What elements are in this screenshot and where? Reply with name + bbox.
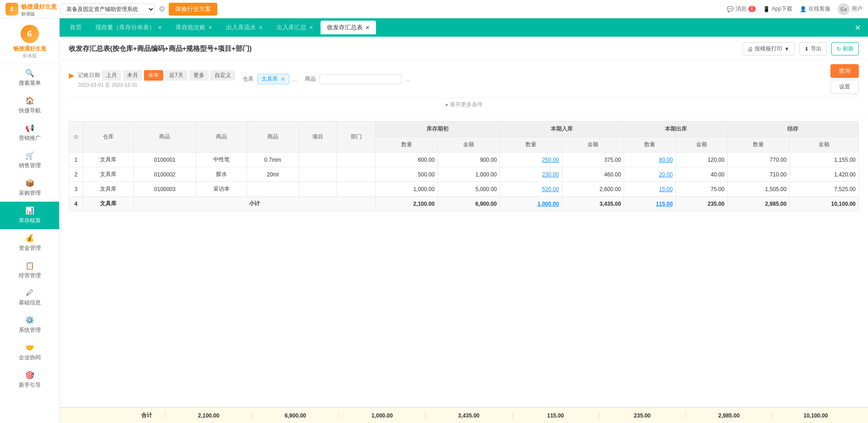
query-button[interactable]: 查询 (830, 64, 859, 78)
export-label: 导出 (811, 45, 822, 53)
cell-dept-3 (337, 182, 376, 197)
system-select[interactable]: 装备及固定资产辅助管理系统 (61, 4, 155, 15)
message-item[interactable]: 💬 消息 6 (727, 5, 756, 13)
subtotal-num: 4 (69, 197, 83, 211)
sidebar-item-basic[interactable]: 🖊 基础信息 (0, 284, 59, 311)
date-btn-prev-month[interactable]: 上月 (102, 70, 121, 81)
warehouse-tag-close-icon[interactable]: ✕ (281, 76, 285, 82)
phone-icon: 📱 (763, 6, 770, 12)
date-btn-custom[interactable]: 自定义 (210, 70, 235, 81)
cell-in-qty-2[interactable]: 230.00 (500, 167, 562, 182)
sidebar-item-search[interactable]: 🔍 搜索菜单 (0, 64, 59, 92)
cell-in-qty-3[interactable]: 520.00 (500, 182, 562, 197)
sidebar-label-basic: 基础信息 (19, 299, 41, 307)
date-btn-cur-month[interactable]: 本月 (123, 70, 142, 81)
date-filter-group: ▶ 记账日期 上月 本月 本年 近7天 更多 自定义 (69, 70, 235, 88)
content-area: 首页 现存量（库存分布表） ✕ 库存批次账 ✕ 出入库流水 ✕ 出入库汇总 ✕ … (60, 18, 868, 423)
tab-batch[interactable]: 库存批次账 ✕ (169, 21, 219, 34)
table-gear-icon[interactable]: ⚙ (73, 134, 78, 140)
tab-stock-dist[interactable]: 现存量（库存分布表） ✕ (89, 21, 168, 34)
cell-close-qty-2: 710.00 (727, 167, 789, 182)
col-goods-code-header: 商品 (134, 121, 196, 153)
footer-out-amt: 235.00 (599, 412, 686, 419)
brand-name: 畅捷通好生意 (21, 3, 57, 11)
print-button[interactable]: 🖨 按模板打印 ▼ (742, 42, 795, 55)
out-qty-link-1[interactable]: 80.00 (659, 157, 673, 163)
cell-in-qty-1[interactable]: 250.00 (500, 153, 562, 167)
refresh-button[interactable]: ↻ 刷新 (831, 42, 859, 55)
sidebar-item-guide[interactable]: 🎯 新手引导 (0, 366, 59, 394)
goods-input[interactable] (320, 74, 402, 84)
subtotal-out-qty[interactable]: 115.00 (624, 197, 676, 211)
sidebar-label-marketing: 营销推广 (19, 134, 41, 142)
sidebar-item-cooperation[interactable]: 🤝 企业协同 (0, 339, 59, 366)
settings-icon[interactable]: ⚙ (159, 5, 165, 13)
tab-inout-flow[interactable]: 出入库流水 ✕ (220, 21, 269, 34)
cell-out-qty-2[interactable]: 20.00 (624, 167, 676, 182)
tab-close-inout-flow[interactable]: ✕ (259, 25, 263, 31)
logo-area: 6 畅捷通好生意 标准版 (6, 1, 57, 17)
sidebar-item-system[interactable]: ⚙️ 系统管理 (0, 311, 59, 339)
cell-in-amt-3: 2,600.00 (562, 182, 624, 197)
tab-close-collect-sum[interactable]: ✕ (365, 25, 370, 31)
cell-out-qty-1[interactable]: 80.00 (624, 153, 676, 167)
subtotal-close-amt: 10,100.00 (790, 197, 859, 211)
cell-project-2 (299, 167, 337, 182)
cell-warehouse-3: 文具库 (83, 182, 134, 197)
expand-more-btn[interactable]: ▾ 展开更多条件 (69, 98, 859, 111)
home-icon: 🏠 (25, 96, 34, 105)
tab-home[interactable]: 首页 (63, 21, 88, 34)
tab-collect-sum[interactable]: 收发存汇总表 ✕ (321, 21, 376, 34)
warehouse-more[interactable]: ... (293, 76, 298, 82)
expand-arrow-icon[interactable]: ▶ (69, 71, 74, 80)
demo-button[interactable]: 体验行业方案 (169, 3, 217, 16)
out-qty-link-3[interactable]: 15.00 (659, 186, 673, 192)
sidebar-item-inventory[interactable]: 📊 库存核算 (0, 202, 59, 229)
search-icon: 🔍 (25, 69, 34, 77)
sidebar-item-marketing[interactable]: 📢 营销推广 (0, 119, 59, 147)
table-container: ⚙ 仓库 商品 商品 商品 项目 部门 库存期初 本期入库 本期出库 (60, 121, 868, 220)
subtotal-in-qty[interactable]: 1,000.00 (500, 197, 562, 211)
sidebar-label-cooperation: 企业协同 (19, 354, 41, 362)
subtotal-in-qty-link[interactable]: 1,000.00 (537, 201, 559, 207)
cell-out-amt-2: 40.00 (676, 167, 728, 182)
tab-close-batch[interactable]: ✕ (208, 25, 212, 31)
chevron-down-icon: ▼ (784, 46, 790, 52)
in-qty-link-2[interactable]: 230.00 (542, 171, 559, 178)
tab-bar: 首页 现存量（库存分布表） ✕ 库存批次账 ✕ 出入库流水 ✕ 出入库汇总 ✕ … (60, 18, 868, 37)
export-button[interactable]: ⬇ 导出 (799, 42, 827, 55)
goods-more[interactable]: ... (406, 76, 410, 82)
footer-close-qty: 2,985.00 (686, 412, 772, 419)
subtotal-out-amt: 235.00 (676, 197, 728, 211)
cell-out-amt-3: 75.00 (676, 182, 728, 197)
sidebar-item-quick[interactable]: 🏠 快捷导航 (0, 92, 59, 119)
tab-close-stock-dist[interactable]: ✕ (158, 25, 162, 31)
out-qty-link-2[interactable]: 20.00 (659, 171, 673, 178)
tab-close-inout-sum[interactable]: ✕ (309, 25, 313, 31)
tab-inout-sum[interactable]: 出入库汇总 ✕ (270, 21, 320, 34)
date-label: 记账日期 (78, 71, 100, 79)
user-item[interactable]: Ea 用户 (838, 3, 862, 15)
filter-row: ▶ 记账日期 上月 本月 本年 近7天 更多 自定义 (69, 64, 859, 94)
cell-name-3: 采访本 (196, 182, 247, 197)
tab-bar-close-icon[interactable]: ✕ (851, 23, 864, 32)
in-qty-link-1[interactable]: 250.00 (542, 157, 559, 163)
in-qty-link-3[interactable]: 520.00 (542, 186, 559, 192)
cell-out-qty-3[interactable]: 15.00 (624, 182, 676, 197)
cell-code-1: 0100001 (134, 153, 196, 167)
date-btn-more[interactable]: 更多 (189, 70, 209, 81)
online-service-item[interactable]: 👤 在线客服 (800, 5, 830, 13)
date-btn-cur-year[interactable]: 本年 (144, 70, 163, 81)
table-row: 3 文具库 0100003 采访本 1,000.00 5,000.00 520.… (69, 182, 859, 197)
date-btn-7days[interactable]: 近7天 (165, 70, 188, 81)
app-download-item[interactable]: 📱 App下载 (763, 5, 792, 13)
cell-open-qty-1: 600.00 (376, 153, 437, 167)
sidebar-item-purchase[interactable]: 📦 采购管理 (0, 174, 59, 202)
sidebar-item-sales[interactable]: 🛒 销售管理 (0, 147, 59, 174)
setting-button[interactable]: 设置 (830, 80, 859, 94)
cell-close-amt-2: 1,420.00 (790, 167, 859, 182)
sidebar-item-finance[interactable]: 💰 资金管理 (0, 229, 59, 257)
subtotal-out-qty-link[interactable]: 115.00 (656, 201, 673, 207)
warehouse-label: 仓库 (243, 75, 254, 83)
sidebar-item-operation[interactable]: 📋 经营管理 (0, 257, 59, 284)
